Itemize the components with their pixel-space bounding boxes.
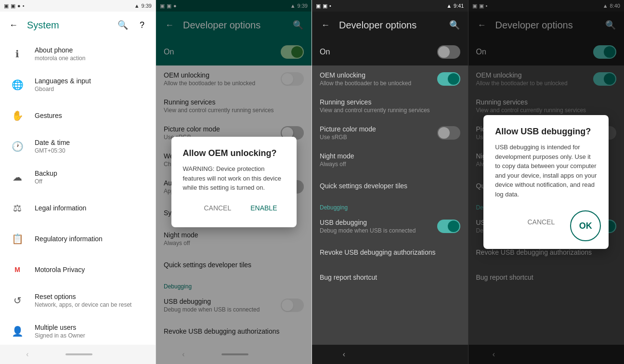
on-label-r1: On: [320, 48, 437, 56]
sim-r1: ▣: [316, 3, 321, 9]
developer-options-panel: ▣ ▣ ● ▲ 9:39 ← Developer options 🔍 On OE…: [156, 0, 312, 364]
extra-icon: •: [23, 3, 25, 9]
sim2-r1: ▣: [323, 3, 327, 9]
about-title: About phone: [35, 46, 148, 54]
wifi-icon: ▲: [134, 3, 140, 9]
drm-icon: ●: [17, 3, 21, 9]
datetime-subtitle: GMT+05:30: [35, 147, 148, 154]
color-toggle-r1[interactable]: [437, 126, 460, 140]
status-bar-left: ▣ ▣ ● • ▲ 9:39: [0, 0, 156, 12]
gestures-title: Gestures: [35, 112, 148, 119]
usb-cancel-button[interactable]: Cancel: [520, 207, 562, 237]
running-sub-r1: View and control currently running servi…: [320, 107, 460, 114]
legal-item[interactable]: ⚖ Legal information: [0, 193, 156, 223]
datetime-title: Date & time: [35, 139, 148, 146]
back-nav-r1[interactable]: ‹: [343, 350, 345, 359]
usb-item-r1[interactable]: USB debugging Debug mode when USB is con…: [312, 213, 468, 240]
system-settings-panel: ▣ ▣ ● • ▲ 9:39 ← System 🔍 ? ℹ About phon…: [0, 0, 156, 364]
backup-subtitle: Off: [35, 178, 148, 185]
dialog-cancel-button[interactable]: Cancel: [196, 200, 239, 216]
color-title-r1: Picture color mode: [320, 125, 437, 133]
oem-unlock-dialog: Allow OEM unlocking? WARNING: Device pro…: [171, 137, 297, 227]
help-button[interactable]: ?: [132, 15, 152, 35]
regulatory-title: Regulatory information: [35, 235, 148, 243]
sim2-icon: ▣: [11, 3, 15, 9]
dialog-body: WARNING: Device protection features will…: [183, 164, 285, 193]
ok-circle[interactable]: OK: [570, 210, 601, 241]
revoke-title-r1: Revoke USB debugging authorizations: [320, 248, 460, 256]
legal-icon: ⚖: [8, 198, 27, 218]
users-title: Multiple users: [35, 324, 148, 331]
back-r1[interactable]: ←: [316, 15, 335, 35]
users-subtitle: Signed in as Owner: [35, 332, 148, 339]
time-r1: 9:41: [454, 3, 464, 9]
reset-item[interactable]: ↺ Reset options Network, apps, or device…: [0, 285, 156, 316]
home-nav-pill[interactable]: [65, 353, 92, 355]
night-item-r1[interactable]: Night mode Always off: [312, 146, 468, 173]
oem-title-r1: OEM unlocking: [320, 71, 437, 79]
languages-icon: 🌐: [8, 75, 27, 94]
usb-debug-dialog: Allow USB debugging? USB debugging is in…: [483, 115, 609, 249]
dialog-title: Allow OEM unlocking?: [183, 148, 285, 158]
on-row-r1: On: [312, 39, 468, 65]
motorola-privacy-item[interactable]: M Motorola Privacy: [0, 254, 156, 285]
dialog-enable-button[interactable]: Enable: [243, 200, 285, 216]
languages-item[interactable]: 🌐 Languages & input Gboard: [0, 69, 156, 100]
qs-item-r1[interactable]: Quick settings developer tiles: [312, 173, 468, 198]
about-subtitle: motorola one action: [35, 55, 148, 62]
users-item[interactable]: 👤 Multiple users Signed in as Owner: [0, 316, 156, 345]
status-bar-r1: ▣ ▣ • ▲ 9:41: [312, 0, 468, 12]
back-button[interactable]: ←: [4, 15, 23, 35]
status-icons-r1: ▣ ▣ •: [316, 3, 331, 9]
gestures-item[interactable]: ✋ Gestures: [0, 100, 156, 131]
dialog-actions: Cancel Enable: [183, 200, 285, 216]
bug-item-r1[interactable]: Bug report shortcut: [312, 265, 468, 290]
title-r1: Developer options: [335, 20, 445, 31]
oem-toggle-r1[interactable]: [437, 72, 460, 86]
list-r1: OEM unlocking Allow the bootloader to be…: [312, 65, 468, 345]
time-display: 9:39: [142, 3, 152, 9]
users-icon: 👤: [8, 322, 27, 341]
search-button[interactable]: 🔍: [113, 15, 132, 35]
toggle-thumb-r1: [438, 46, 450, 58]
motorola-title: Motorola Privacy: [35, 266, 148, 273]
system-app-bar: ← System 🔍 ?: [0, 12, 156, 39]
backup-icon: ☁: [8, 168, 27, 187]
regulatory-item[interactable]: 📋 Regulatory information: [0, 223, 156, 254]
nav-bar-r1: ‹: [312, 345, 468, 364]
running-title-r1: Running services: [320, 98, 460, 106]
oem-dialog-overlay: Allow OEM unlocking? WARNING: Device pro…: [156, 0, 312, 364]
reset-icon: ↺: [8, 291, 27, 310]
right-panels-wrapper: ▣ ▣ • ▲ 9:41 ← Developer options 🔍 On O: [312, 0, 624, 364]
sim-icon: ▣: [4, 3, 9, 9]
usb-title-r1: USB debugging: [320, 219, 437, 226]
languages-subtitle: Gboard: [35, 86, 148, 92]
oem-sub-r1: Allow the bootloader to be unlocked: [320, 80, 437, 87]
backup-title: Backup: [35, 169, 148, 177]
running-item-r1[interactable]: Running services View and control curren…: [312, 92, 468, 119]
datetime-item[interactable]: 🕐 Date & time GMT+05:30: [0, 131, 156, 162]
languages-title: Languages & input: [35, 77, 148, 85]
back-nav-icon[interactable]: ‹: [26, 350, 28, 359]
about-phone-item[interactable]: ℹ About phone motorola one action: [0, 39, 156, 69]
usb-dialog-overlay: Allow USB debugging? USB debugging is in…: [468, 0, 624, 364]
motorola-icon: M: [8, 260, 27, 279]
search-r1[interactable]: 🔍: [445, 15, 464, 35]
nav-bar-left: ‹: [0, 345, 156, 364]
usb-ok-button[interactable]: OK: [572, 217, 600, 235]
bug-title-r1: Bug report shortcut: [320, 273, 460, 281]
night-sub-r1: Always off: [320, 161, 460, 168]
usb-dialog-title: Allow USB debugging?: [495, 127, 597, 137]
debug-label-r1: Debugging: [312, 198, 468, 213]
usb-sub-r1: Debug mode when USB is connected: [320, 227, 437, 234]
oem-item-r1[interactable]: OEM unlocking Allow the bootloader to be…: [312, 65, 468, 92]
legal-title: Legal information: [35, 204, 148, 212]
status-icons-left: ▣ ▣ ● •: [4, 3, 25, 9]
developer-options-dark-panel-1: ▣ ▣ • ▲ 9:41 ← Developer options 🔍 On O: [312, 0, 468, 364]
usb-toggle-r1[interactable]: [437, 220, 460, 233]
backup-item[interactable]: ☁ Backup Off: [0, 162, 156, 193]
master-toggle-r1[interactable]: [437, 45, 460, 59]
revoke-item-r1[interactable]: Revoke USB debugging authorizations: [312, 240, 468, 265]
status-right-r1: ▲ 9:41: [446, 3, 464, 9]
color-item-r1[interactable]: Picture color mode Use sRGB: [312, 119, 468, 146]
